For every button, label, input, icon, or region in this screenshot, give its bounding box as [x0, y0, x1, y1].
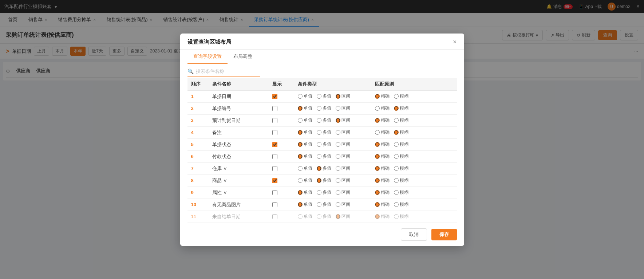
- type-radio[interactable]: [298, 214, 303, 219]
- type-radio[interactable]: [317, 142, 321, 147]
- type-radio[interactable]: [317, 94, 321, 99]
- match-radio-label[interactable]: 精确: [375, 213, 390, 220]
- match-radio[interactable]: [375, 202, 380, 207]
- type-radio[interactable]: [298, 106, 303, 111]
- type-radio[interactable]: [336, 118, 340, 123]
- type-radio[interactable]: [336, 178, 340, 183]
- match-radio[interactable]: [394, 130, 399, 135]
- dialog-tab-fields[interactable]: 查询字段设置: [187, 50, 228, 64]
- type-radio[interactable]: [336, 202, 340, 207]
- match-radio-label[interactable]: 模糊: [394, 165, 408, 172]
- type-radio-label[interactable]: 多值: [317, 213, 331, 220]
- match-radio-label[interactable]: 精确: [375, 105, 390, 111]
- type-radio[interactable]: [317, 214, 321, 219]
- type-radio-label[interactable]: 区间: [336, 213, 350, 220]
- type-radio-label[interactable]: 单值: [298, 117, 312, 123]
- show-checkbox[interactable]: [272, 94, 277, 99]
- type-radio-label[interactable]: 单值: [298, 201, 312, 208]
- type-radio-label[interactable]: 区间: [336, 93, 350, 99]
- match-radio[interactable]: [394, 190, 399, 195]
- match-radio[interactable]: [375, 154, 380, 159]
- match-radio-label[interactable]: 精确: [375, 93, 390, 99]
- type-radio[interactable]: [298, 130, 303, 135]
- type-radio[interactable]: [317, 118, 321, 123]
- match-radio-label[interactable]: 模糊: [394, 213, 408, 220]
- show-checkbox[interactable]: [272, 178, 277, 183]
- match-radio[interactable]: [394, 214, 399, 219]
- type-radio[interactable]: [317, 202, 321, 207]
- match-radio-label[interactable]: 精确: [375, 189, 390, 196]
- type-radio[interactable]: [317, 130, 321, 135]
- match-radio[interactable]: [375, 166, 380, 171]
- type-radio-label[interactable]: 区间: [336, 201, 350, 208]
- type-radio-label[interactable]: 区间: [336, 153, 350, 160]
- show-checkbox[interactable]: [272, 106, 277, 111]
- match-radio-label[interactable]: 精确: [375, 165, 390, 172]
- match-radio-label[interactable]: 模糊: [394, 105, 408, 111]
- match-radio-label[interactable]: 精确: [375, 201, 390, 208]
- match-radio[interactable]: [375, 130, 380, 135]
- match-radio-label[interactable]: 模糊: [394, 117, 408, 123]
- match-radio[interactable]: [375, 190, 380, 195]
- type-radio[interactable]: [298, 94, 303, 99]
- type-radio[interactable]: [336, 142, 340, 147]
- type-radio-label[interactable]: 多值: [317, 129, 331, 135]
- match-radio[interactable]: [394, 118, 399, 123]
- type-radio[interactable]: [336, 214, 340, 219]
- type-radio[interactable]: [336, 190, 340, 195]
- type-radio-label[interactable]: 区间: [336, 165, 350, 172]
- show-checkbox[interactable]: [272, 154, 277, 159]
- type-radio-label[interactable]: 多值: [317, 165, 331, 172]
- type-radio-label[interactable]: 多值: [317, 153, 331, 160]
- type-radio-label[interactable]: 单值: [298, 177, 312, 184]
- search-input[interactable]: [196, 68, 254, 74]
- type-radio[interactable]: [317, 106, 321, 111]
- match-radio[interactable]: [394, 154, 399, 159]
- match-radio-label[interactable]: 精确: [375, 117, 390, 123]
- type-radio-label[interactable]: 区间: [336, 117, 350, 123]
- type-radio[interactable]: [336, 166, 340, 171]
- type-radio[interactable]: [298, 166, 303, 171]
- type-radio-label[interactable]: 多值: [317, 201, 331, 208]
- type-radio-label[interactable]: 多值: [317, 93, 331, 99]
- match-radio[interactable]: [375, 214, 380, 219]
- match-radio-label[interactable]: 模糊: [394, 201, 408, 208]
- match-radio[interactable]: [375, 106, 380, 111]
- type-radio[interactable]: [298, 142, 303, 147]
- show-checkbox[interactable]: [272, 130, 277, 135]
- type-radio-label[interactable]: 区间: [336, 105, 350, 111]
- match-radio[interactable]: [375, 178, 380, 183]
- type-radio-label[interactable]: 区间: [336, 189, 350, 196]
- cancel-button[interactable]: 取消: [401, 228, 427, 241]
- type-radio-label[interactable]: 多值: [317, 117, 331, 123]
- type-radio-label[interactable]: 区间: [336, 141, 350, 148]
- type-radio-label[interactable]: 区间: [336, 177, 350, 184]
- match-radio-label[interactable]: 模糊: [394, 189, 408, 196]
- type-radio[interactable]: [298, 190, 303, 195]
- type-radio[interactable]: [317, 178, 321, 183]
- type-radio[interactable]: [298, 178, 303, 183]
- show-checkbox[interactable]: [272, 190, 277, 195]
- type-radio-label[interactable]: 单值: [298, 105, 312, 111]
- type-radio-label[interactable]: 多值: [317, 177, 331, 184]
- type-radio[interactable]: [317, 154, 321, 159]
- match-radio-label[interactable]: 模糊: [394, 153, 408, 160]
- type-radio-label[interactable]: 多值: [317, 105, 331, 111]
- match-radio-label[interactable]: 精确: [375, 129, 390, 135]
- match-radio[interactable]: [394, 166, 399, 171]
- match-radio-label[interactable]: 模糊: [394, 93, 408, 99]
- type-radio-label[interactable]: 区间: [336, 129, 350, 135]
- type-radio-label[interactable]: 单值: [298, 213, 312, 220]
- match-radio-label[interactable]: 精确: [375, 141, 390, 148]
- match-radio[interactable]: [394, 202, 399, 207]
- match-radio[interactable]: [394, 142, 399, 147]
- match-radio[interactable]: [375, 94, 380, 99]
- save-button[interactable]: 保存: [431, 229, 457, 240]
- match-radio-label[interactable]: 模糊: [394, 141, 408, 148]
- type-radio-label[interactable]: 单值: [298, 141, 312, 148]
- dialog-tab-layout[interactable]: 布局调整: [228, 50, 258, 64]
- type-radio[interactable]: [336, 94, 340, 99]
- type-radio-label[interactable]: 多值: [317, 189, 331, 196]
- match-radio[interactable]: [375, 118, 380, 123]
- type-radio[interactable]: [298, 118, 303, 123]
